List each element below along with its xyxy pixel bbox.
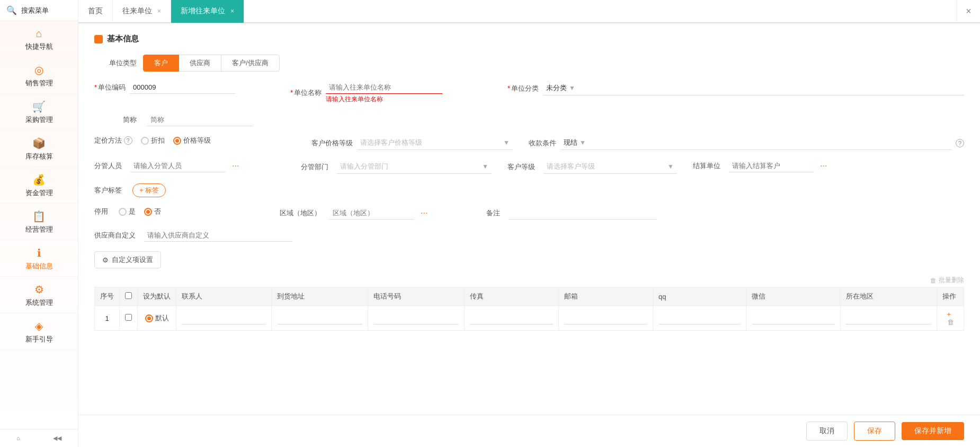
payment-terms-select[interactable]: 现结 ▼ — [560, 136, 951, 150]
col-location: 所在地区 — [841, 287, 937, 306]
unit-code-label: *单位编码 — [94, 83, 126, 92]
tab-home[interactable]: 首页 — [78, 0, 113, 23]
tab-partners-close[interactable]: × — [157, 7, 161, 15]
phone-input[interactable] — [373, 312, 459, 325]
default-radio[interactable] — [145, 314, 153, 322]
unit-btn-both[interactable]: 客户/供应商 — [221, 55, 280, 72]
customer-level-select[interactable]: 请选择客户等级 ▼ — [544, 160, 677, 174]
manager-more-btn[interactable]: ··· — [230, 161, 241, 171]
default-label: 默认 — [155, 313, 169, 323]
row-unit-info: *单位编码 *单位名称 请输入往来单位名称 *单位分类 — [94, 81, 964, 104]
delete-row-btn[interactable]: 🗑 — [947, 318, 954, 326]
cell-address — [272, 306, 368, 331]
field-disabled: 停用 是 否 — [94, 207, 264, 216]
manager-input[interactable] — [130, 160, 226, 172]
disabled-yes-radio[interactable] — [119, 208, 127, 216]
settlement-unit-input[interactable] — [729, 160, 814, 172]
email-input[interactable] — [564, 312, 647, 325]
sidebar-bottom-home[interactable]: ⌂ — [16, 435, 20, 442]
batch-delete-label[interactable]: 批量删除 — [939, 276, 964, 285]
customer-price-label: 客户价格等级 — [311, 138, 353, 148]
unit-name-wrap: 请输入往来单位名称 — [326, 81, 492, 104]
sidebar-item-quick-nav[interactable]: ⌂ 快捷导航 — [0, 21, 78, 57]
unit-category-select[interactable]: 未分类 ▼ — [543, 81, 964, 95]
contacts-table: 序号 设为默认 联系人 到货地址 电话号码 传真 邮箱 qq 微信 所在地区 操… — [94, 287, 964, 331]
remark-input[interactable] — [509, 207, 657, 220]
cancel-button[interactable]: 取消 — [806, 422, 848, 441]
tab-partners[interactable]: 往来单位 × — [113, 0, 171, 23]
pricing-price-level-option[interactable]: 价格等级 — [173, 136, 211, 145]
unit-category-chevron: ▼ — [569, 84, 575, 92]
disabled-no-radio[interactable] — [144, 208, 152, 216]
bottom-bar: 取消 保存 保存并新增 — [78, 415, 980, 447]
location-input[interactable] — [846, 312, 931, 325]
sidebar-item-basic-info[interactable]: ℹ 基础信息 — [0, 240, 78, 277]
payment-help-icon[interactable]: ? — [956, 139, 964, 147]
sidebar-item-inventory[interactable]: 📦 库存核算 — [0, 130, 78, 167]
unit-name-input[interactable] — [326, 81, 442, 94]
department-placeholder: 请输入分管部门 — [340, 162, 480, 171]
disabled-radio-group: 是 否 — [119, 207, 161, 216]
cell-fax — [464, 306, 558, 331]
contact-input[interactable] — [182, 312, 266, 325]
select-all-checkbox[interactable] — [125, 292, 132, 299]
section-title: 基本信息 — [107, 34, 139, 44]
fax-input[interactable] — [470, 312, 553, 325]
settlement-unit-more-btn[interactable]: ··· — [818, 161, 829, 171]
row-checkbox[interactable] — [125, 314, 132, 321]
sidebar-item-purchase[interactable]: 🛒 采购管理 — [0, 94, 78, 130]
unit-btn-supplier[interactable]: 供应商 — [179, 55, 221, 72]
default-radio-item[interactable]: 默认 — [143, 313, 171, 323]
field-remark: 备注 — [486, 207, 964, 220]
custom-settings-button[interactable]: ⚙ 自定义项设置 — [94, 251, 161, 268]
pricing-help-icon[interactable]: ? — [124, 136, 132, 145]
finance-icon: 💰 — [32, 173, 46, 186]
section-header: 基本信息 — [94, 34, 964, 44]
save-new-button[interactable]: 保存并新增 — [902, 422, 964, 440]
pricing-discount-option[interactable]: 折扣 — [141, 136, 165, 145]
search-menu-item[interactable]: 🔍 搜索菜单 — [0, 0, 78, 21]
tab-new-partner[interactable]: 新增往来单位 × — [171, 0, 244, 23]
sidebar-item-system[interactable]: ⚙ 系统管理 — [0, 277, 78, 313]
field-region: 区域（地区） ··· — [280, 207, 470, 220]
wechat-input[interactable] — [752, 312, 835, 325]
settlement-unit-label: 结算单位 — [693, 161, 720, 171]
sidebar-item-sales[interactable]: ◎ 销售管理 — [0, 57, 78, 94]
newbie-icon: ◈ — [35, 320, 43, 332]
pricing-price-level-radio[interactable] — [173, 137, 181, 145]
add-row-btn[interactable]: + — [947, 310, 951, 318]
main-area: 首页 往来单位 × 新增往来单位 × × 基本信息 单位类型 客户 供应商 客户… — [78, 0, 980, 447]
field-short-name: 简称 — [94, 113, 274, 126]
region-label: 区域（地区） — [280, 208, 321, 218]
region-input[interactable] — [329, 207, 414, 220]
customer-price-select[interactable]: 请选择客户价格等级 ▼ — [357, 136, 513, 150]
department-select[interactable]: 请输入分管部门 ▼ — [337, 160, 492, 174]
qq-input[interactable] — [658, 312, 741, 325]
save-button[interactable]: 保存 — [854, 422, 895, 441]
supplier-custom-label: 供应商自定义 — [94, 231, 136, 240]
disabled-yes-option[interactable]: 是 — [119, 207, 136, 216]
short-name-input[interactable] — [147, 113, 253, 126]
tabbar-close-button[interactable]: × — [957, 0, 980, 23]
unit-name-error: 请输入往来单位名称 — [326, 95, 492, 104]
cell-seq: 1 — [95, 306, 120, 331]
pricing-discount-radio[interactable] — [141, 137, 149, 145]
supplier-custom-input[interactable] — [144, 229, 292, 242]
unit-btn-customer[interactable]: 客户 — [143, 55, 179, 72]
sidebar-bottom: ⌂ ◀◀ — [0, 429, 78, 447]
pricing-method-label: 定价方法 ? — [94, 136, 132, 145]
cell-default: 默认 — [138, 306, 176, 331]
disabled-no-option[interactable]: 否 — [144, 207, 161, 216]
sidebar-item-finance[interactable]: 💰 资金管理 — [0, 167, 78, 204]
tab-new-partner-close[interactable]: × — [230, 7, 234, 15]
department-label: 分管部门 — [301, 162, 328, 172]
address-input[interactable] — [277, 312, 362, 325]
sidebar-item-newbie[interactable]: ◈ 新手引导 — [0, 313, 78, 350]
unit-code-input[interactable] — [130, 81, 236, 94]
cell-qq — [653, 306, 746, 331]
region-more-btn[interactable]: ··· — [418, 208, 430, 218]
sidebar-bottom-expand[interactable]: ◀◀ — [53, 435, 61, 442]
search-icon: 🔍 — [6, 5, 17, 15]
sidebar-item-operations[interactable]: 📋 经营管理 — [0, 204, 78, 240]
add-tag-button[interactable]: + 标签 — [132, 183, 166, 197]
